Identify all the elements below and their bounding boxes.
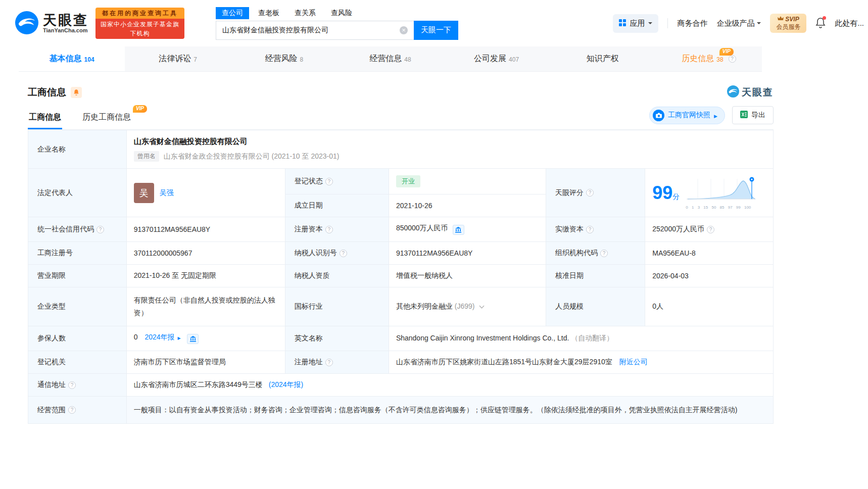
industry-code: (J699) [455, 302, 475, 310]
header-more-text[interactable]: 此处有... [835, 19, 864, 28]
watermark-text: 天眼查 [742, 86, 774, 99]
former-name-badge: 曾用名 [134, 151, 159, 162]
export-button[interactable]: 导出 [732, 106, 774, 124]
help-icon[interactable] [600, 250, 608, 257]
business-info-table: 企业名称 山东省财金信融投资控股有限公司 曾用名 山东省财金政企投资控股有限公司… [28, 130, 774, 424]
top-header: 天眼查 TianYanCha.com 都在用的商业查询工具 国家中小企业发展子基… [0, 0, 868, 46]
comm-address-annual-report-link[interactable]: (2024年报) [269, 380, 303, 388]
help-icon[interactable] [325, 226, 333, 233]
help-icon[interactable] [97, 226, 104, 233]
arrow-right-icon [714, 111, 717, 119]
legal-rep-link[interactable]: 吴强 [160, 188, 174, 198]
subtab-history-business-info[interactable]: 历史工商信息 VIP [81, 107, 132, 129]
divider [667, 18, 668, 28]
clear-icon[interactable] [400, 26, 408, 34]
watermark-logo: 天眼查 [727, 85, 774, 99]
comm-address: 山东省济南市历城区二环东路3449号三楼 [134, 380, 263, 388]
help-icon[interactable] [729, 55, 736, 63]
subtab-business-info[interactable]: 工商信息 [28, 107, 62, 129]
help-icon[interactable] [586, 226, 594, 233]
tianyancha-logo[interactable]: 天眼查 TianYanCha.com [15, 11, 88, 36]
chevron-down-icon [757, 22, 761, 26]
insured-count: 0 [134, 333, 138, 341]
registry: 济南市历下区市场监督管理局 [126, 351, 285, 374]
tab-history-info[interactable]: VIP 历史信息38 [656, 46, 762, 71]
search-tab-relation[interactable]: 查关系 [288, 7, 322, 19]
section-head: 工商信息 天眼查 [28, 85, 774, 99]
table-row: 营业期限 2021-10-26 至 无固定期限 纳税人资质 增值税一般纳税人 核… [28, 265, 774, 287]
chevron-down-icon[interactable] [479, 304, 485, 309]
tab-basic-info[interactable]: 基本信息104 [19, 46, 125, 71]
establish-date: 2021-10-26 [389, 194, 546, 217]
tianyancha-logo-icon [15, 11, 38, 36]
english-name: Shandong Caijin Xinrong Investment Holdi… [396, 334, 569, 342]
tab-company-development[interactable]: 公司发展407 [444, 46, 550, 71]
search-tab-risk[interactable]: 查风险 [325, 7, 358, 19]
help-icon[interactable] [586, 189, 594, 197]
search-tab-boss[interactable]: 查老板 [252, 7, 285, 19]
tianyan-score: 99分 0 1 3 15 50 85 97 99 100 [652, 176, 766, 210]
subtab-row: 工商信息 历史工商信息 VIP 工商官网快照 导出 [28, 106, 774, 130]
label-credit-code: 统一社会信用代码 [28, 217, 127, 242]
label-industry: 国标行业 [285, 287, 389, 326]
enterprise-products-link[interactable]: 企业级产品 [716, 19, 761, 28]
table-row: 企业类型 有限责任公司（非自然人投资或控股的法人独资） 国标行业 其他未列明金融… [28, 287, 774, 326]
score-axis-labels: 0 1 3 15 50 85 97 99 100 [686, 205, 756, 210]
search-button[interactable]: 天眼一下 [414, 21, 458, 40]
approval-date: 2026-04-03 [645, 265, 774, 287]
help-icon[interactable] [325, 359, 333, 366]
bank-icon[interactable] [187, 334, 199, 344]
table-row: 登记机关 济南市历下区市场监督管理局 注册地址 山东省济南市历下区姚家街道山左路… [28, 351, 774, 374]
label-org-code: 组织机构代码 [546, 242, 645, 265]
help-icon[interactable] [68, 406, 76, 414]
former-name: 山东省财金政企投资控股有限公司 (2021-10 至 2023-01) [164, 152, 340, 161]
main-content: 工商信息 天眼查 工商信息 历史工商信息 VIP 工商官网快照 [28, 85, 774, 424]
tab-legal-proceedings[interactable]: 法律诉讼7 [125, 46, 231, 71]
tab-operation-risk[interactable]: 经营风险8 [231, 46, 337, 71]
label-legal-rep: 法定代表人 [28, 169, 127, 217]
header-right: 应用 商务合作 企业级产品 SVIP 会员服务 此处有... [613, 14, 864, 33]
company-type: 有限责任公司（非自然人投资或控股的法人独资） [126, 287, 285, 326]
notification-bell-icon[interactable] [815, 17, 826, 30]
section-title: 工商信息 [28, 86, 66, 99]
promo-line1: 都在用的商业查询工具 [95, 8, 184, 19]
credit-code: 91370112MA956EAU8Y [126, 217, 285, 242]
search-input[interactable] [216, 21, 414, 40]
table-row: 法定代表人 吴 吴强 登记状态 开业 天眼评分 99分 [28, 169, 774, 194]
chevron-down-icon [648, 22, 652, 26]
svip-member-badge[interactable]: SVIP 会员服务 [770, 14, 806, 33]
section-nav: 基本信息104 法律诉讼7 经营风险8 经营信息48 公司发展407 知识产权 … [19, 46, 762, 72]
table-row: 经营范围 一般项目：以自有资金从事投资活动；财务咨询；企业管理咨询；信息咨询服务… [28, 397, 774, 424]
help-icon[interactable] [340, 250, 347, 257]
nearby-companies-link[interactable]: 附近公司 [619, 358, 648, 366]
business-cooperation-link[interactable]: 商务合作 [677, 19, 707, 28]
tab-intellectual-property[interactable]: 知识产权 [550, 46, 656, 71]
score-chart: 0 1 3 15 50 85 97 99 100 [686, 176, 756, 210]
annual-report-link[interactable]: 2024年报 [144, 333, 180, 341]
help-icon[interactable] [707, 226, 714, 233]
label-company-type: 企业类型 [28, 287, 127, 326]
english-name-note: （自动翻译） [571, 334, 613, 342]
label-reg-address: 注册地址 [285, 351, 389, 374]
vip-badge: VIP [133, 105, 147, 113]
apps-label: 应用 [630, 19, 645, 28]
label-reg-number: 工商注册号 [28, 242, 127, 265]
label-reg-status: 登记状态 [285, 169, 389, 194]
legal-rep-avatar[interactable]: 吴 [134, 183, 154, 203]
business-term: 2021-10-26 至 无固定期限 [126, 265, 285, 287]
table-row: 参保人数 0 2024年报 英文名称 Shandong Caijin Xinro… [28, 326, 774, 351]
label-taxpayer-quality: 纳税人资质 [285, 265, 389, 287]
label-company-name: 企业名称 [28, 130, 127, 169]
crown-icon [778, 16, 784, 23]
bank-icon[interactable] [453, 225, 464, 235]
tab-operation-info[interactable]: 经营信息48 [337, 46, 443, 71]
watermark-logo-icon [727, 85, 739, 99]
apps-button[interactable]: 应用 [613, 14, 658, 33]
search-tab-company[interactable]: 查公司 [216, 7, 249, 19]
help-icon[interactable] [325, 178, 333, 185]
brand-name: 天眼查 [43, 13, 88, 27]
official-snapshot-button[interactable]: 工商官网快照 [649, 107, 725, 124]
taxpayer-id: 91370112MA956EAU8Y [389, 242, 546, 265]
help-icon[interactable] [68, 381, 76, 389]
subscribe-bell-icon[interactable] [71, 87, 82, 98]
